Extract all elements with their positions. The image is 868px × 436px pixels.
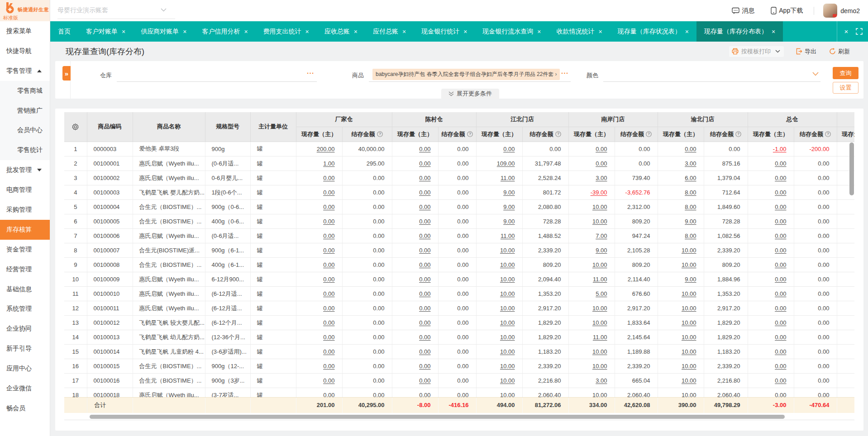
qty-value[interactable]: 3.00 [658, 156, 704, 171]
sidebar-item-快捷导航[interactable]: 快捷导航 [0, 41, 50, 61]
qty-value[interactable]: 3.00 [568, 374, 615, 388]
qty-value[interactable]: 10.00 [476, 272, 522, 287]
qty-value[interactable]: 9.00 [658, 272, 704, 287]
sidebar-item-搜索菜单[interactable]: 搜索菜单 [0, 21, 50, 41]
sidebar-item-企业协同[interactable]: 企业协同 [0, 319, 50, 339]
qty-value[interactable]: 0.00 [296, 301, 342, 316]
subheader-amount-江北门店[interactable]: 结存金额? [522, 127, 568, 142]
qty-value[interactable]: 0.00 [392, 258, 438, 272]
sidebar-item-资金管理[interactable]: 资金管理 [0, 240, 50, 260]
qty-value[interactable]: 0.00 [392, 287, 438, 301]
qty-value[interactable]: 10.00 [568, 200, 615, 214]
qty-value[interactable]: 0.00 [296, 359, 342, 374]
qty-value[interactable]: 10.00 [568, 258, 615, 272]
qty-value[interactable]: 8.00 [658, 200, 704, 214]
qty-value[interactable]: 10.00 [476, 374, 522, 388]
qty-value[interactable]: 9.00 [476, 200, 522, 214]
subheader-amount-南岸门店[interactable]: 结存金额? [615, 127, 658, 142]
qty-value[interactable]: 0.00 [748, 301, 794, 316]
qty-value[interactable]: 0.00 [392, 316, 438, 330]
qty-value[interactable]: 0.00 [748, 345, 794, 359]
tab-close-icon[interactable]: × [305, 28, 309, 35]
qty-value[interactable]: 0.00 [748, 229, 794, 243]
qty-value[interactable]: 0.00 [296, 171, 342, 185]
tab-收款情况统计[interactable]: 收款情况统计× [549, 21, 610, 42]
tab-close-icon[interactable]: × [463, 28, 467, 35]
product-picker-ellipsis[interactable]: ··· [561, 69, 569, 77]
tab-现存量（库存状况表）[interactable]: 现存量（库存状况表）× [610, 21, 696, 42]
qty-value[interactable]: -39.00 [568, 185, 615, 200]
qty-value[interactable]: 0.00 [296, 229, 342, 243]
tab-close-icon[interactable]: × [122, 28, 125, 35]
collapse-filter-button[interactable]: » [62, 66, 71, 81]
sidebar-item-系统管理[interactable]: 系统管理 [0, 299, 50, 319]
qty-value[interactable]: 0.00 [392, 345, 438, 359]
qty-value[interactable]: 0.00 [392, 229, 438, 243]
tab-close-icon[interactable]: × [402, 28, 406, 35]
qty-value[interactable]: 0.00 [296, 243, 342, 258]
qty-value[interactable]: 6.00 [658, 171, 704, 185]
qty-value[interactable]: 0.00 [392, 330, 438, 345]
sidebar-item-基础信息[interactable]: 基础信息 [0, 280, 50, 299]
qty-value[interactable]: 200.00 [296, 142, 342, 156]
qty-value[interactable]: 0.00 [748, 156, 794, 171]
tab-供应商对账单[interactable]: 供应商对账单× [133, 21, 194, 42]
account-select[interactable]: 母婴行业演示账套 [57, 0, 175, 21]
qty-value[interactable]: 10.00 [658, 330, 704, 345]
qty-value[interactable]: 0.00 [296, 330, 342, 345]
tab-close-icon[interactable]: × [685, 28, 689, 35]
qty-value[interactable]: 10.00 [476, 243, 522, 258]
qty-value[interactable]: 7.00 [568, 229, 615, 243]
qty-value[interactable]: 0.00 [296, 185, 342, 200]
subheader-qty-厂家仓[interactable]: 现存量（主） [296, 127, 342, 142]
qty-value[interactable]: 0.00 [748, 388, 794, 397]
qty-value[interactable]: 0.00 [296, 287, 342, 301]
tab-close-icon[interactable]: × [354, 28, 358, 35]
qty-value[interactable]: 10.00 [476, 330, 522, 345]
column-settings-gear-icon[interactable] [64, 112, 87, 142]
qty-value[interactable]: 5.00 [568, 287, 615, 301]
qty-value[interactable]: 10.00 [658, 316, 704, 330]
warehouse-picker-ellipsis[interactable]: ··· [307, 69, 315, 77]
qty-value[interactable]: 10.00 [476, 287, 522, 301]
user-name[interactable]: demo2 [840, 7, 860, 14]
messages-button[interactable]: 消息 [732, 7, 754, 15]
qty-value[interactable]: 0.00 [392, 142, 438, 156]
qty-value[interactable]: 0.00 [296, 272, 342, 287]
sidebar-item-零售商城[interactable]: 零售商城 [0, 81, 50, 101]
qty-value[interactable]: 0.00 [658, 142, 704, 156]
qty-value[interactable]: 0.00 [392, 200, 438, 214]
qty-value[interactable]: 0.00 [392, 171, 438, 185]
qty-value[interactable]: 10.00 [476, 258, 522, 272]
qty-value[interactable]: 0.00 [748, 272, 794, 287]
sidebar-item-采购管理[interactable]: 采购管理 [0, 200, 50, 220]
qty-value[interactable]: 10.00 [658, 374, 704, 388]
qty-value[interactable]: 10.00 [568, 345, 615, 359]
sidebar-item-畅会员[interactable]: 畅会员 [0, 398, 50, 418]
qty-value[interactable]: 10.00 [476, 388, 522, 397]
qty-value[interactable]: 10.00 [568, 359, 615, 374]
qty-value[interactable]: 0.00 [392, 156, 438, 171]
qty-value[interactable]: 10.00 [476, 359, 522, 374]
chevron-down-icon[interactable] [775, 50, 780, 53]
column-header-商品名称[interactable]: 商品名称 [133, 112, 205, 142]
qty-value[interactable]: 9.00 [476, 214, 522, 229]
product-tag[interactable]: babycare孕妇待产包 春季入院全套母子组合孕妇产后冬季月子用品 22件套› [372, 69, 560, 80]
qty-value[interactable]: 0.00 [392, 185, 438, 200]
qty-value[interactable]: 11.00 [476, 171, 522, 185]
qty-value[interactable]: 10.00 [568, 316, 615, 330]
tab-现金银行统计[interactable]: 现金银行统计× [414, 21, 475, 42]
qty-value[interactable]: 10.00 [568, 388, 615, 397]
subheader-amount-陈村仓[interactable]: 结存金额? [438, 127, 476, 142]
qty-value[interactable]: 0.00 [296, 258, 342, 272]
sidebar-item-零售统计[interactable]: 零售统计 [0, 140, 50, 160]
qty-value[interactable]: 11.00 [568, 330, 615, 345]
qty-value[interactable]: 0.00 [748, 316, 794, 330]
qty-value[interactable]: 0.00 [392, 388, 438, 397]
qty-value[interactable]: 9.00 [476, 185, 522, 200]
subheader-amount-渝北门店[interactable]: 结存金额? [704, 127, 748, 142]
qty-value[interactable]: 9.00 [658, 214, 704, 229]
subheader-qty-渝北门店[interactable]: 现存量（主） [658, 127, 704, 142]
tab-费用支出统计[interactable]: 费用支出统计× [256, 21, 317, 42]
column-header-主计量单位[interactable]: 主计量单位 [250, 112, 296, 142]
